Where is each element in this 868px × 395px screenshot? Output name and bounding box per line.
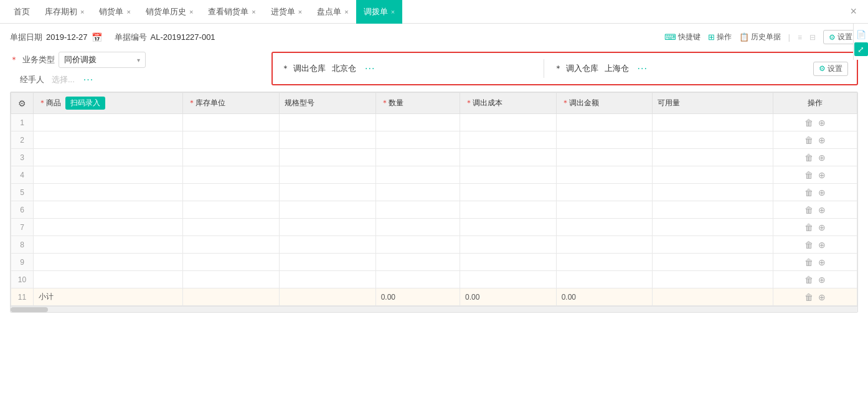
row-cost[interactable] <box>460 131 557 149</box>
row-unit[interactable] <box>183 201 280 219</box>
row-spec[interactable] <box>280 219 376 236</box>
tab-purchase-order[interactable]: 进货单 × <box>263 0 309 24</box>
row-spec[interactable] <box>280 131 376 149</box>
row-qty[interactable] <box>375 219 460 236</box>
transfer-in-more-icon[interactable]: ··· <box>638 63 648 74</box>
row-amount[interactable] <box>556 254 653 271</box>
row-available[interactable] <box>653 254 773 271</box>
tab-sales-order-close[interactable]: × <box>126 8 130 16</box>
row-unit[interactable] <box>183 114 280 131</box>
row-goods[interactable] <box>34 254 183 271</box>
copy-icon[interactable]: ⊕ <box>818 170 826 180</box>
tab-view-sales-close[interactable]: × <box>252 8 255 16</box>
delete-icon[interactable]: 🗑 <box>804 153 813 163</box>
row-cost[interactable] <box>460 271 557 288</box>
row-goods[interactable] <box>34 271 183 288</box>
delete-icon[interactable]: 🗑 <box>804 188 813 198</box>
row-goods[interactable] <box>34 201 183 219</box>
row-available[interactable] <box>653 149 773 166</box>
tab-inventory-check[interactable]: 盘点单 × <box>309 0 356 24</box>
operations-button[interactable]: ⊞ 操作 <box>708 32 732 42</box>
row-spec[interactable] <box>280 254 376 271</box>
person-placeholder[interactable]: 选择... <box>52 74 75 85</box>
history-button[interactable]: 📋 历史单据 <box>739 32 781 42</box>
row-cost[interactable] <box>460 201 557 219</box>
row-qty[interactable] <box>375 254 460 271</box>
delete-icon[interactable]: 🗑 <box>804 275 813 285</box>
row-spec[interactable] <box>280 184 376 201</box>
row-spec[interactable] <box>280 271 376 288</box>
right-panel-doc-button[interactable]: 📄 <box>854 27 868 41</box>
tab-purchase-order-close[interactable]: × <box>298 8 302 16</box>
row-spec[interactable] <box>280 114 376 131</box>
row-unit[interactable] <box>183 184 280 201</box>
row-goods[interactable] <box>34 131 183 149</box>
copy-icon[interactable]: ⊕ <box>818 135 826 145</box>
row-cost[interactable] <box>460 114 557 131</box>
copy-icon[interactable]: ⊕ <box>818 240 826 250</box>
delete-icon[interactable]: 🗑 <box>804 135 813 145</box>
row-amount[interactable] <box>556 219 653 236</box>
row-available[interactable] <box>653 219 773 236</box>
row-amount[interactable] <box>556 131 653 149</box>
row-goods[interactable] <box>34 184 183 201</box>
row-cost[interactable] <box>460 166 557 184</box>
row-available[interactable] <box>653 201 773 219</box>
horizontal-scrollbar[interactable] <box>11 306 857 312</box>
copy-icon[interactable]: ⊕ <box>818 275 826 285</box>
row-unit[interactable] <box>183 149 280 166</box>
row-cost[interactable] <box>460 149 557 166</box>
delete-icon[interactable]: 🗑 <box>804 205 813 215</box>
copy-icon[interactable]: ⊕ <box>818 292 826 302</box>
row-available[interactable] <box>653 131 773 149</box>
row-available[interactable] <box>653 114 773 131</box>
tab-transfer-order-close[interactable]: × <box>391 8 395 16</box>
table-settings-header[interactable]: ⚙ <box>11 93 34 114</box>
row-goods[interactable] <box>34 166 183 184</box>
row-spec[interactable] <box>280 166 376 184</box>
row-qty[interactable] <box>375 236 460 254</box>
row-spec[interactable] <box>280 236 376 254</box>
row-qty[interactable] <box>375 131 460 149</box>
delete-icon[interactable]: 🗑 <box>804 292 813 302</box>
transfer-out-more-icon[interactable]: ··· <box>365 63 375 74</box>
row-amount[interactable] <box>556 184 653 201</box>
row-qty[interactable] <box>375 166 460 184</box>
row-unit[interactable] <box>183 131 280 149</box>
copy-icon[interactable]: ⊕ <box>818 153 826 163</box>
window-close-button[interactable]: × <box>845 5 862 18</box>
tab-home[interactable]: 首页 <box>6 0 37 24</box>
row-cost[interactable] <box>460 219 557 236</box>
row-available[interactable] <box>653 166 773 184</box>
row-cost[interactable] <box>460 254 557 271</box>
copy-icon[interactable]: ⊕ <box>818 205 826 215</box>
row-cost[interactable] <box>460 236 557 254</box>
row-available[interactable] <box>653 271 773 288</box>
copy-icon[interactable]: ⊕ <box>818 257 826 267</box>
row-amount[interactable] <box>556 114 653 131</box>
tab-transfer-order[interactable]: 调拨单 × <box>356 0 402 24</box>
delete-icon[interactable]: 🗑 <box>804 170 813 180</box>
scrollbar-thumb[interactable] <box>11 307 48 312</box>
row-qty[interactable] <box>375 184 460 201</box>
tab-sales-history[interactable]: 销货单历史 × <box>138 0 200 24</box>
shortcuts-button[interactable]: ⌨ 快捷键 <box>664 32 701 42</box>
row-available[interactable] <box>653 236 773 254</box>
tab-view-sales[interactable]: 查看销货单 × <box>200 0 263 24</box>
tab-inventory-init[interactable]: 库存期初 × <box>37 0 92 24</box>
row-goods[interactable] <box>34 149 183 166</box>
row-spec[interactable] <box>280 149 376 166</box>
person-more-icon[interactable]: ··· <box>83 74 93 85</box>
delete-icon[interactable]: 🗑 <box>804 257 813 267</box>
scan-entry-button[interactable]: 扫码录入 <box>65 97 105 110</box>
row-unit[interactable] <box>183 166 280 184</box>
copy-icon[interactable]: ⊕ <box>818 188 826 198</box>
row-unit[interactable] <box>183 236 280 254</box>
row-qty[interactable] <box>375 271 460 288</box>
row-amount[interactable] <box>556 201 653 219</box>
row-available[interactable] <box>653 184 773 201</box>
delete-icon[interactable]: 🗑 <box>804 240 813 250</box>
row-qty[interactable] <box>375 114 460 131</box>
tab-inventory-check-close[interactable]: × <box>344 8 348 16</box>
row-amount[interactable] <box>556 271 653 288</box>
